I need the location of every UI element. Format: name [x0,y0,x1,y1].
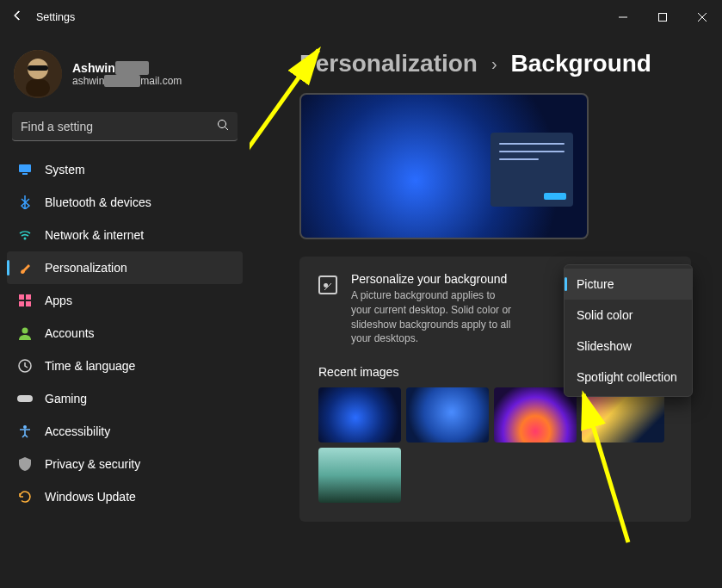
chevron-right-icon: › [491,54,497,74]
background-type-dropdown[interactable]: PictureSolid colorSlideshowSpotlight col… [564,264,693,397]
background-panel: Personalize your background A picture ba… [299,257,691,522]
svg-rect-1 [659,14,667,22]
svg-rect-6 [26,79,50,96]
svg-rect-15 [19,301,24,306]
app-title: Settings [36,11,75,23]
sidebar-item-system[interactable]: System [7,153,243,186]
dropdown-option-picture[interactable]: Picture [565,269,692,300]
recent-image-thumb[interactable] [318,448,401,503]
monitor-icon [17,162,33,177]
close-button[interactable] [682,0,722,34]
recent-images-grid [318,387,672,503]
clock-icon [17,358,33,374]
sidebar-item-label: Time & language [45,359,135,373]
access-icon [17,424,33,439]
user-email: ashwinxxxxxxxmail.com [72,75,182,87]
sidebar-item-label: Windows Update [45,490,136,504]
svg-rect-10 [19,164,31,172]
panel-title: Personalize your background [351,272,515,286]
svg-line-9 [225,127,229,130]
sidebar-item-label: System [45,163,85,176]
recent-image-thumb[interactable] [494,387,577,443]
svg-rect-14 [26,294,31,300]
svg-rect-7 [28,65,48,71]
svg-rect-19 [17,395,33,402]
sidebar-item-network-internet[interactable]: Network & internet [7,219,243,251]
bluetooth-icon [17,195,33,210]
sidebar-item-windows-update[interactable]: Windows Update [7,480,243,513]
sidebar-item-label: Accounts [45,326,95,340]
game-icon [17,391,33,406]
svg-point-12 [24,238,27,240]
back-icon[interactable] [10,9,24,26]
recent-image-thumb[interactable] [406,387,489,443]
sidebar-item-accounts[interactable]: Accounts [7,317,243,350]
nav: SystemBluetooth & devicesNetwork & inter… [7,153,243,513]
svg-point-17 [22,328,28,334]
main-content: Personalization › Background Personalize… [250,34,722,588]
sidebar-item-label: Accessibility [45,424,110,438]
panel-description: A picture background applies to your cur… [351,288,515,346]
breadcrumb: Personalization › Background [299,50,701,77]
window-controls [603,0,722,34]
user-block[interactable]: Ashwinxxxxx ashwinxxxxxxxmail.com [7,45,243,112]
sidebar-item-bluetooth-devices[interactable]: Bluetooth & devices [7,186,243,219]
svg-rect-16 [26,301,31,306]
sidebar-item-label: Bluetooth & devices [45,195,151,209]
sidebar-item-accessibility[interactable]: Accessibility [7,415,243,448]
preview-window-mock [491,133,573,207]
sidebar-item-apps[interactable]: Apps [7,284,243,317]
person-icon [17,325,33,341]
search-input[interactable] [21,120,217,133]
sidebar-item-label: Network & internet [45,228,144,242]
minimize-button[interactable] [603,0,643,34]
search-icon [217,119,229,134]
svg-point-8 [219,120,226,127]
sidebar-item-label: Personalization [45,261,127,275]
breadcrumb-current: Background [511,50,651,77]
sidebar-item-privacy-security[interactable]: Privacy & security [7,448,243,480]
user-name: Ashwinxxxxx [72,61,182,75]
avatar [14,50,62,98]
dropdown-option-solid-color[interactable]: Solid color [565,300,692,331]
dropdown-option-spotlight-collection[interactable]: Spotlight collection [565,362,692,393]
svg-rect-13 [19,294,24,300]
sidebar-item-personalization[interactable]: Personalization [7,251,243,284]
picture-frame-icon [318,275,337,294]
breadcrumb-parent[interactable]: Personalization [299,50,478,77]
search-box[interactable] [12,112,238,141]
sidebar-item-label: Apps [45,294,72,307]
sidebar-item-label: Privacy & security [45,457,140,471]
shield-icon [17,456,33,472]
sidebar: Ashwinxxxxx ashwinxxxxxxxmail.com System… [0,34,250,588]
apps-icon [17,293,33,308]
sidebar-item-time-language[interactable]: Time & language [7,350,243,382]
recent-image-thumb[interactable] [318,387,401,443]
wifi-icon [17,227,33,243]
maximize-button[interactable] [643,0,682,34]
svg-point-20 [23,425,27,429]
dropdown-option-slideshow[interactable]: Slideshow [565,331,692,362]
sidebar-item-gaming[interactable]: Gaming [7,382,243,415]
svg-rect-11 [22,173,28,175]
update-icon [17,489,33,504]
desktop-preview [299,93,589,239]
sidebar-item-label: Gaming [45,392,87,405]
brush-icon [17,260,33,275]
title-bar: Settings [0,0,722,34]
